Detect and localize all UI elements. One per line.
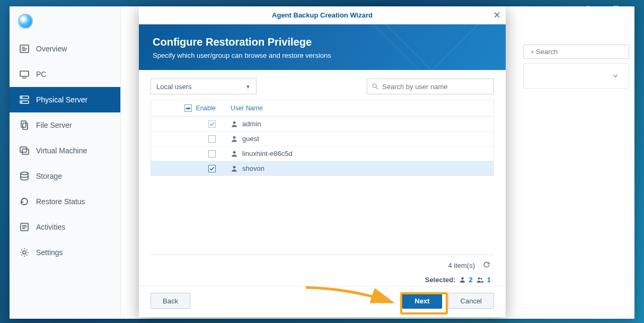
selected-users-count: 2 [469,276,473,284]
user-icon [231,165,238,172]
sidebar-item-file-server[interactable]: File Server [10,112,120,138]
chevron-down-icon [612,72,619,80]
svg-point-20 [478,277,480,280]
user-search[interactable] [367,78,494,94]
next-button[interactable]: Next [402,293,442,309]
svg-point-16 [233,136,236,138]
table-row[interactable]: guest [151,132,493,146]
right-panel-card[interactable] [523,63,629,89]
group-icon [476,276,484,283]
dialog-header-title: Configure Restoration Privilege [153,36,492,48]
dialog-header: Configure Restoration Privilege Specify … [139,24,506,70]
user-name: guest [242,135,259,143]
sidebar-item-label: Settings [36,248,63,257]
checkbox-indeterminate-icon[interactable] [184,104,192,112]
filter-row: Local users ▼ [151,78,494,94]
overview-icon [19,43,30,54]
svg-point-17 [233,151,236,153]
sidebar-item-pc[interactable]: PC [10,62,120,87]
user-icon [231,150,238,158]
wizard-dialog: Agent Backup Creation Wizard ✕ Configure… [139,6,506,317]
sidebar-item-label: Restore Status [36,197,85,206]
svg-rect-6 [21,121,26,127]
dialog-footer: Back Next Cancel [139,286,506,317]
sidebar-item-activities[interactable]: Activities [10,214,120,240]
chevron-down-icon: ▼ [245,84,251,90]
user-scope-dropdown[interactable]: Local users ▼ [151,78,257,94]
table-row[interactable]: linuxhint-e86c5d [151,146,493,161]
global-search-input[interactable] [536,48,625,56]
dialog-titlebar: Agent Backup Creation Wizard ✕ [139,6,506,24]
table-row[interactable]: admin [151,117,493,132]
svg-point-19 [461,277,464,280]
global-search[interactable]: ▾ [523,45,629,59]
sidebar-item-label: Activities [36,223,65,231]
svg-point-4 [21,97,22,98]
enable-checkbox[interactable] [208,135,216,143]
app-logo-icon [18,14,33,29]
gear-icon [19,247,30,258]
svg-point-15 [233,121,236,124]
sidebar-item-storage[interactable]: Storage [10,163,120,189]
dialog-close-button[interactable]: ✕ [493,10,500,20]
storage-icon [19,171,30,181]
user-table: Enable User Name admin [151,100,494,176]
sidebar-item-label: Physical Server [36,95,87,104]
user-icon [231,120,238,128]
svg-rect-8 [20,147,27,152]
sidebar-item-restore-status[interactable]: Restore Status [10,189,120,214]
sidebar-item-settings[interactable]: Settings [10,240,120,265]
file-server-icon [19,120,30,130]
sidebar-item-label: Virtual Machine [36,146,87,155]
user-search-input[interactable] [382,83,489,91]
table-footer: 4 item(s) [151,255,494,274]
sidebar: Overview PC Physical Server File Server [10,6,121,319]
activities-icon [19,222,30,232]
dialog-header-subtitle: Specify which user/group can browse and … [153,51,492,59]
sidebar-item-physical-server[interactable]: Physical Server [10,87,120,112]
user-name: admin [242,120,261,128]
sidebar-item-label: Overview [36,45,67,53]
sidebar-item-overview[interactable]: Overview [10,36,120,62]
selection-summary: Selected: 2 1 [151,274,494,284]
sidebar-item-label: PC [36,70,46,78]
refresh-icon [482,260,491,269]
right-pane: ▾ [523,45,629,89]
sidebar-item-virtual-machine[interactable]: Virtual Machine [10,138,120,163]
svg-point-14 [373,84,376,88]
svg-point-5 [21,102,22,102]
refresh-button[interactable] [482,260,491,270]
col-user[interactable]: User Name [225,100,493,116]
dialog-body: Local users ▼ Enable User Name [139,70,506,286]
sidebar-item-label: File Server [36,121,72,129]
col-enable[interactable]: Enable [151,100,225,116]
table-row[interactable]: shovon [151,161,493,176]
vm-icon [19,145,30,156]
svg-rect-9 [22,149,29,154]
svg-point-18 [233,165,236,168]
pc-icon [19,69,30,80]
enable-checkbox[interactable] [208,120,216,128]
search-icon [372,83,379,90]
back-button[interactable]: Back [151,293,190,309]
cancel-button[interactable]: Cancel [448,293,494,309]
restore-icon [19,196,30,207]
chevron-down-icon: ▾ [531,49,534,55]
col-enable-label: Enable [196,104,216,112]
user-icon [459,276,466,283]
svg-point-21 [480,278,482,280]
svg-point-10 [21,172,28,175]
selected-groups-count: 1 [487,276,491,284]
user-name: linuxhint-e86c5d [242,150,293,158]
svg-rect-1 [20,71,29,76]
table-header: Enable User Name [151,100,493,117]
server-icon [19,94,30,105]
user-name: shovon [242,164,264,172]
svg-rect-7 [23,123,28,129]
dropdown-value: Local users [156,83,191,91]
sidebar-item-label: Storage [36,172,62,180]
enable-checkbox[interactable] [208,150,216,158]
user-icon [231,135,238,143]
selected-label: Selected: [425,276,456,284]
enable-checkbox[interactable] [208,165,216,172]
